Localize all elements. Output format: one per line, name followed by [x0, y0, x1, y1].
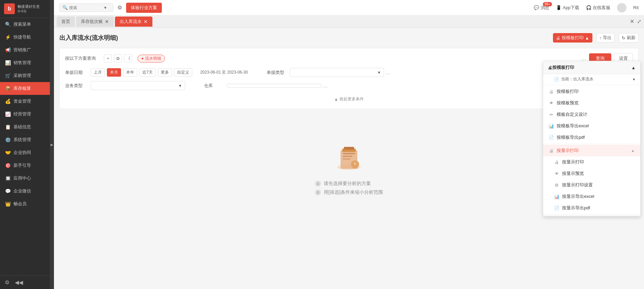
- app-download-button[interactable]: 📱 App下载: [556, 5, 579, 11]
- tabbar: 首页 库存批次账 ✕ 出入库流水 ✕ ✕ ⤢: [54, 16, 644, 28]
- sidebar-item-inventory[interactable]: 📦 库存核算: [0, 82, 50, 95]
- sidebar-item-label: 采购管理: [13, 73, 31, 79]
- export-button[interactable]: ↑ 导出: [596, 33, 615, 43]
- warehouse-select[interactable]: [227, 84, 321, 88]
- sidebar-item-system[interactable]: ⚙️ 系统管理: [0, 133, 50, 146]
- close-all-tabs-icon[interactable]: ✕: [630, 18, 634, 25]
- template-pdf-item[interactable]: 📄 按模板导出pdf: [543, 132, 640, 143]
- set-default-item[interactable]: ⚙ 设置默认功能 ▾: [543, 215, 640, 216]
- print-template-button[interactable]: 🖨 按模板打印 ▲: [553, 33, 592, 43]
- template-excel-label: 按模板导出excel: [557, 123, 635, 129]
- date-btn-thisyear[interactable]: 本年: [123, 68, 137, 77]
- date-buttons: 上月 本月 本年 近7天 更多 自定义: [91, 68, 192, 77]
- doc-type-label: 单据类型: [267, 70, 287, 76]
- online-service-button[interactable]: 🎧 在线客服: [586, 5, 610, 11]
- current-icon: 📄: [554, 77, 559, 82]
- sidebar-item-search[interactable]: 🔍 搜索菜单: [0, 18, 50, 31]
- trial-button[interactable]: 体验行业方案: [126, 3, 162, 13]
- filter-settings-button[interactable]: ⚙: [114, 54, 122, 62]
- tab-flow[interactable]: 出入库流水 ✕: [115, 17, 152, 27]
- topbar-search-box[interactable]: 🔍 ▾: [59, 3, 113, 12]
- warehouse-more-icon[interactable]: …: [323, 83, 328, 89]
- basic-icon: 📋: [5, 124, 11, 130]
- topbar-gear-icon[interactable]: ⚙: [117, 4, 122, 11]
- sidebar-item-label: 应用中心: [13, 175, 31, 181]
- date-btn-more[interactable]: 更多: [158, 68, 172, 77]
- date-label: 单据日期: [65, 70, 85, 76]
- template-print-icon: 🖨: [549, 89, 554, 94]
- display-settings-item[interactable]: ⚙ 按显示打印设置: [543, 179, 640, 191]
- sidebar-item-finance[interactable]: 💰 资金管理: [0, 95, 50, 108]
- doc-type-more-icon[interactable]: …: [385, 70, 391, 76]
- printer-icon2: 🖨: [548, 65, 552, 70]
- maximize-icon[interactable]: ⤢: [637, 18, 641, 25]
- sidebar-item-basic[interactable]: 📋 基础信息: [0, 121, 50, 133]
- chevron-down-icon3: ▾: [633, 77, 635, 82]
- sidebar-item-sales[interactable]: 📊 销售管理: [0, 56, 50, 69]
- page-title-row: 出入库流水(流水明细) 🖨 按模板打印 ▲ ↑ 导出 ↻ 刷新: [59, 33, 639, 43]
- sidebar-collapse-handle[interactable]: ▶: [50, 0, 54, 289]
- add-filter-button[interactable]: ＋: [104, 54, 112, 62]
- collapse-sidebar-icon[interactable]: ◀◀: [15, 279, 23, 286]
- sidebar-item-operations[interactable]: 📈 经营管理: [0, 108, 50, 121]
- settings-icon[interactable]: ⚙: [5, 279, 9, 286]
- sidebar-item-collab[interactable]: 🤝 企业协同: [0, 146, 50, 159]
- display-preview-item[interactable]: 👁 按显示预览: [543, 168, 640, 179]
- date-btn-thismonth[interactable]: 本月: [107, 68, 121, 77]
- tab-batch-close-icon[interactable]: ✕: [105, 19, 109, 24]
- chevron-down-icon: ▾: [378, 70, 380, 75]
- template-print-label: 按模板打印: [557, 88, 635, 95]
- tab-home[interactable]: 首页: [57, 17, 75, 27]
- date-btn-lastmonth[interactable]: 上月: [91, 68, 105, 77]
- export-icon: ↑: [599, 35, 602, 41]
- filter-collapse-button[interactable]: 《: [124, 54, 132, 62]
- sidebar-item-purchase[interactable]: 🛒 采购管理: [0, 69, 50, 82]
- member-icon: 👑: [5, 201, 11, 207]
- doc-type-select[interactable]: ▾: [290, 68, 384, 77]
- display-settings-label: 按显示打印设置: [562, 182, 635, 188]
- empty-step-1: ① 请先选择要分析的方案: [315, 181, 383, 187]
- sidebar-item-appcenter[interactable]: 🔲 应用中心: [0, 172, 50, 185]
- display-print-item[interactable]: 🖨 按显示打印: [543, 156, 640, 168]
- svg-rect-5: [343, 156, 352, 157]
- display-print-label: 按显示打印: [562, 159, 635, 165]
- filter-tools: ＋ ⚙ 《: [104, 54, 132, 62]
- step-num-2: ②: [315, 189, 321, 195]
- display-pdf-item[interactable]: 📄 按显示导出pdf: [543, 202, 640, 214]
- biz-type-select[interactable]: ▾: [91, 81, 185, 90]
- search-input[interactable]: [69, 5, 103, 10]
- topbar-search-icon: 🔍: [62, 5, 68, 10]
- sidebar-item-label: 库存核算: [13, 85, 31, 91]
- date-btn-7days[interactable]: 近7天: [139, 68, 156, 77]
- template-pdf-icon: 📄: [549, 135, 554, 140]
- tab-flow-close-icon[interactable]: ✕: [144, 19, 148, 24]
- template-print-item[interactable]: 🖨 按模板打印: [543, 86, 640, 97]
- sidebar: b 畅捷通好生意 标准版 🔍 搜索菜单 ⚡ 快捷导航 📢 营销推广 📊 销售管理…: [0, 0, 50, 289]
- sidebar-item-label: 基础信息: [13, 124, 31, 130]
- tab-batch[interactable]: 库存批次账 ✕: [76, 17, 114, 27]
- topbar-search-dropdown-icon[interactable]: ▾: [104, 5, 107, 10]
- chevron-up-icon3[interactable]: ▲: [631, 65, 636, 70]
- sidebar-item-marketing[interactable]: 📢 营销推广: [0, 44, 50, 56]
- sidebar-bottom: ⚙ ◀◀: [0, 275, 50, 289]
- template-preview-item[interactable]: 👁 按模板预览: [543, 97, 640, 109]
- message-button[interactable]: 💬 消息 99+: [534, 5, 549, 11]
- display-section-header[interactable]: 🖨 按显示打印 ▲: [543, 145, 640, 156]
- biz-type-label: 业务类型: [65, 83, 85, 89]
- display-excel-item[interactable]: 📊 按显示导出excel: [543, 191, 640, 202]
- sidebar-item-member[interactable]: 👑 畅会员: [0, 198, 50, 210]
- chevron-up-icon: ▲: [585, 35, 589, 41]
- headset-icon: 🎧: [586, 5, 591, 10]
- sidebar-item-quicknav[interactable]: ⚡ 快捷导航: [0, 31, 50, 44]
- print-panel: 🖨 按模板打印 ▲ 📄 当前：出入库流水 ▾ 🖨 按模板打印 👁: [543, 61, 641, 216]
- template-custom-item[interactable]: ✏ 模板自定义设计: [543, 109, 640, 120]
- message-badge: 99+: [543, 2, 552, 6]
- sidebar-item-wechat[interactable]: 💬 企业微信: [0, 185, 50, 198]
- refresh-button[interactable]: ↻ 刷新: [619, 33, 639, 43]
- template-excel-item[interactable]: 📊 按模板导出excel: [543, 120, 640, 132]
- date-btn-custom[interactable]: 自定义: [174, 68, 192, 77]
- user-avatar[interactable]: [617, 3, 626, 12]
- operations-icon: 📈: [5, 111, 11, 117]
- sidebar-item-guide[interactable]: 🎯 新手引导: [0, 159, 50, 172]
- empty-step-2: ② 用[筛选]条件来缩小分析范围: [315, 189, 383, 195]
